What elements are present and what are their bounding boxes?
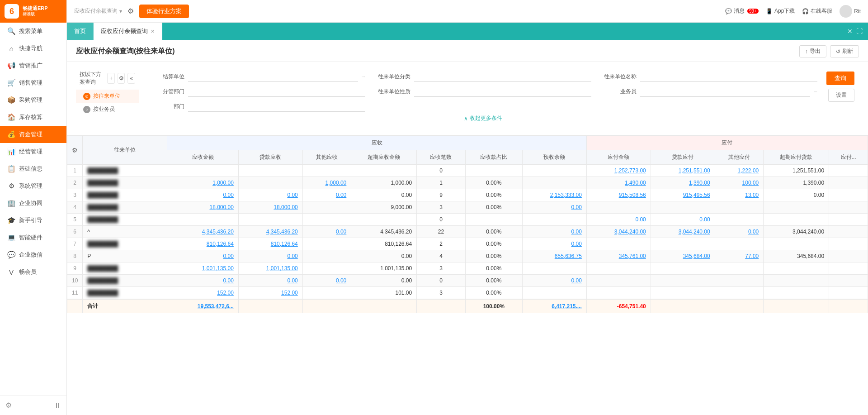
sidebar-item-search[interactable]: 🔍 搜索菜单 (0, 23, 66, 40)
row-num: 5 (67, 214, 83, 226)
table-settings-icon[interactable]: ⚙ (72, 147, 78, 154)
sidebar-item-inventory[interactable]: 🏠 库存核算 (0, 109, 66, 126)
topbar-right: 💬 消息 99+ 📱 App下载 🎧 在线客服 Rit (725, 5, 861, 18)
total-loan-receivable (238, 299, 302, 313)
table-row: 6^4,345,436.204,345,436.200.004,345,436.… (67, 226, 868, 238)
gear-filter-icon[interactable]: ⚙ (118, 73, 125, 84)
sidebar-item-enterprise[interactable]: 🏢 企业协同 (0, 195, 66, 212)
app-name: 畅捷通ERP (23, 5, 48, 11)
dept-label: 部门 (148, 103, 184, 110)
user-name: Rit (854, 8, 861, 14)
collapse-sidebar-icon[interactable]: ⏸ (52, 400, 63, 411)
online-service-button[interactable]: 🎧 在线客服 (802, 7, 832, 15)
system-icon: ⚙ (7, 182, 15, 190)
filter-label: 按以下方案查询 (80, 71, 104, 86)
user-profile[interactable]: Rit (840, 5, 861, 18)
filter-collapse-btn[interactable]: ∧ 收起更多条件 (148, 112, 817, 125)
download-icon: 📱 (766, 8, 773, 14)
notification-badge: 99+ (747, 9, 759, 14)
search-icon: 🔍 (7, 27, 15, 35)
collapse-filter-icon[interactable]: « (127, 73, 135, 84)
export-icon: ↑ (805, 48, 808, 55)
topbar-gear-icon[interactable]: ⚙ (127, 7, 134, 15)
query-button[interactable]: 查询 (826, 72, 854, 85)
salesperson-dots: ··· (814, 89, 817, 94)
col-advance-balance: 预收余额 (522, 150, 586, 165)
sidebar-item-marketing[interactable]: 📢 营销推广 (0, 57, 66, 74)
row-partner: P (83, 250, 167, 262)
row-num: 6 (67, 226, 83, 238)
dept-select[interactable] (188, 101, 365, 112)
notification-button[interactable]: 💬 消息 99+ (725, 7, 759, 15)
filter-partner-name: 往来单位名称 (600, 72, 817, 82)
sidebar-item-wechat[interactable]: 💬 企业微信 (0, 246, 66, 263)
total-row: 合计 19,553,472,6... 100.00% 6,417,215....… (67, 299, 868, 313)
partner-name-input[interactable] (640, 72, 817, 82)
tab-close-icon[interactable]: ✕ (151, 29, 155, 34)
sidebar-item-member[interactable]: V 畅会员 (0, 263, 66, 281)
table-row: 4████████18,000.0018,000.009,000.0030.00… (67, 201, 868, 214)
refresh-button[interactable]: ↺ 刷新 (830, 45, 859, 57)
dept-manager-select[interactable] (188, 86, 365, 97)
row-partner: ████████ (83, 238, 167, 250)
window-close-icon[interactable]: ✕ (847, 28, 853, 35)
total-ar-ratio: 100.00% (465, 299, 522, 313)
setting-button[interactable]: 设置 (828, 89, 854, 102)
total-other-receivable (302, 299, 351, 313)
total-ap-amount: -654,751.40 (586, 299, 651, 313)
total-ap-more (829, 299, 868, 313)
marketing-icon: 📢 (7, 62, 15, 70)
row-partner: ████████ (83, 201, 167, 214)
tab-home[interactable]: 首页 (67, 23, 94, 40)
sidebar: 6 畅捷通ERP 标准版 🔍 搜索菜单 ⌂ 快捷导航 📢 营销推广 🛒 销售管理… (0, 0, 67, 415)
sidebar-item-hardware[interactable]: 💻 智能硬件 (0, 229, 66, 246)
row-num: 9 (67, 262, 83, 275)
partner-name-label: 往来单位名称 (600, 73, 637, 81)
partner-nature-select[interactable] (414, 86, 591, 97)
filter-partner-category: 往来单位分类 (374, 72, 591, 82)
col-ap-more: 应付... (829, 150, 868, 165)
partner-nature-label: 往来单位性质 (374, 88, 410, 95)
sidebar-item-purchase[interactable]: 📦 采购管理 (0, 91, 66, 109)
purchase-icon: 📦 (7, 96, 15, 104)
app-edition: 标准版 (23, 11, 48, 17)
total-ar-count (417, 299, 466, 313)
row-partner: ████████ (83, 262, 167, 275)
sidebar-item-system[interactable]: ⚙ 系统管理 (0, 177, 66, 195)
query-mode-by-staff[interactable]: ○ 按业务员 (76, 103, 139, 116)
settings-footer-icon[interactable]: ⚙ (4, 399, 14, 411)
export-button[interactable]: ↑ 导出 (799, 45, 826, 57)
table-settings-header[interactable]: ⚙ (67, 136, 83, 165)
sidebar-item-sales[interactable]: 🛒 销售管理 (0, 74, 66, 91)
row-num: 8 (67, 250, 83, 262)
collapse-icon: ∧ (464, 115, 468, 122)
total-overdue-ar (351, 299, 417, 313)
sidebar-item-guide[interactable]: 🎓 新手引导 (0, 212, 66, 229)
app-logo: 6 畅捷通ERP 标准版 (0, 0, 66, 23)
sidebar-item-finance[interactable]: 💰 资金管理 (0, 126, 66, 143)
col-ar-amount: 应收金额 (167, 150, 239, 165)
sidebar-nav: 🔍 搜索菜单 ⌂ 快捷导航 📢 营销推广 🛒 销售管理 📦 采购管理 🏠 库存核… (0, 23, 66, 395)
salesperson-label: 业务员 (600, 88, 637, 95)
total-advance-balance[interactable]: 6,417,215.... (522, 299, 586, 313)
col-ar-count: 应收笔数 (417, 150, 466, 165)
settlement-unit-input[interactable] (188, 72, 358, 82)
total-ar-amount[interactable]: 19,553,472,6... (167, 299, 239, 313)
sidebar-item-quicknav[interactable]: ⌂ 快捷导航 (0, 40, 66, 57)
col-group-payable: 应付 (586, 136, 868, 150)
tab-arbalance[interactable]: 应收应付余额查询 ✕ (94, 23, 162, 40)
partner-category-select[interactable] (414, 72, 591, 82)
query-mode-by-partner[interactable]: ⊙ 按往来单位 (76, 90, 139, 103)
salesperson-input[interactable] (640, 86, 810, 97)
col-overdue-ap: 超期应付货款 (764, 150, 829, 165)
solution-button[interactable]: 体验行业方案 (139, 5, 189, 18)
window-expand-icon[interactable]: ⛶ (856, 28, 863, 35)
row-num: 7 (67, 238, 83, 250)
sidebar-item-operation[interactable]: 📊 经营管理 (0, 143, 66, 160)
app-download-button[interactable]: 📱 App下载 (766, 7, 795, 15)
row-partner: ████████ (83, 214, 167, 226)
sidebar-item-basic[interactable]: 📋 基础信息 (0, 160, 66, 177)
table-row: 9████████1,001,135.001,001,135.001,001,1… (67, 262, 868, 275)
table-row: 7████████810,126.64810,126.64810,126.642… (67, 238, 868, 250)
add-filter-icon[interactable]: + (107, 73, 115, 84)
